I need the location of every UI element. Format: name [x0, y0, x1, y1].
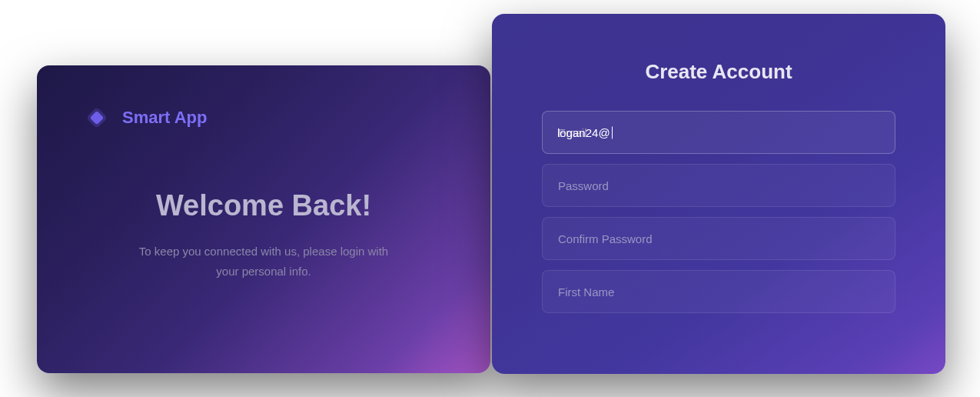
password-input[interactable] [542, 164, 895, 207]
welcome-panel: Smart App Welcome Back! To keep you conn… [37, 65, 490, 373]
email-field-wrapper: logan24@ [542, 111, 895, 154]
confirm-password-input[interactable] [542, 217, 895, 260]
signup-title: Create Account [542, 60, 895, 84]
signup-form: logan24@ [542, 111, 895, 313]
email-input[interactable] [542, 111, 895, 154]
app-name: Smart App [122, 108, 207, 128]
brand-logo-area: Smart App [83, 104, 444, 132]
welcome-title: Welcome Back! [83, 189, 444, 222]
welcome-subtitle: To keep you connected with us, please lo… [129, 242, 398, 281]
diamond-icon [83, 104, 111, 132]
signup-panel: Create Account logan24@ [492, 14, 945, 374]
first-name-input[interactable] [542, 270, 895, 313]
